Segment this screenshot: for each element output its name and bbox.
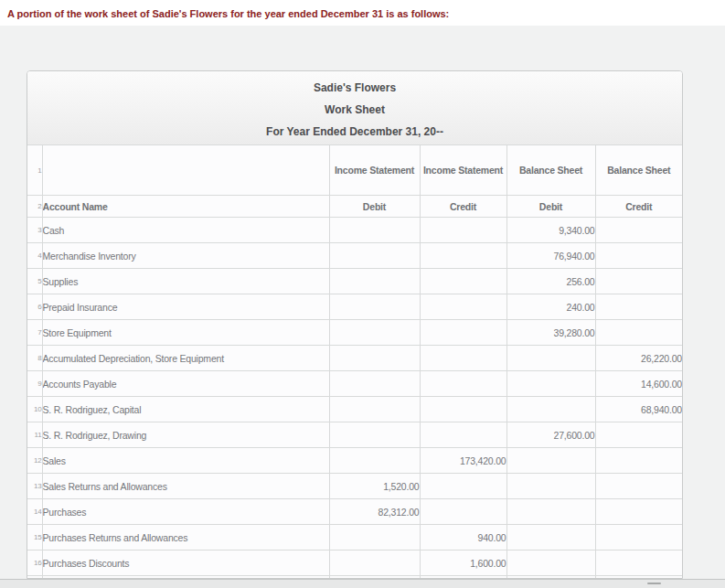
cell-is-debit: 82,312.00 <box>329 499 420 525</box>
cell-is-credit <box>420 218 506 243</box>
row-number: 16 <box>27 551 42 576</box>
cell-bs-debit <box>506 499 595 525</box>
cell-account-name: Purchases <box>42 499 329 525</box>
row-number: 13 <box>27 474 42 499</box>
row-number: 1 <box>27 145 42 196</box>
instruction-strip: A portion of the work sheet of Sadie's F… <box>0 0 725 26</box>
column-header-balance-sheet-2: Balance Sheet <box>595 145 682 196</box>
row-number: 6 <box>27 294 42 320</box>
worksheet-title: Sadie's Flowers <box>27 77 682 99</box>
header-row-2: 2 Account Name Debit Credit Debit Credit <box>27 196 682 218</box>
table-row: 6 Prepaid Insurance 240.00 <box>27 294 682 320</box>
cell-bs-debit <box>506 397 595 422</box>
header-row-1: 1 Income Statement Income Statement Bala… <box>27 145 682 196</box>
scrollbar-thumb[interactable] <box>647 583 661 584</box>
cell-is-credit: 1,600.00 <box>420 551 506 576</box>
cell-bs-credit <box>595 551 682 576</box>
table-row: 5 Supplies 256.00 <box>27 269 682 294</box>
cell-is-credit <box>420 294 506 320</box>
table-row: 8 Accumulated Depreciation, Store Equipm… <box>27 346 682 371</box>
row-number: 4 <box>27 243 42 269</box>
cell-bs-credit: 26,220.00 <box>595 346 682 371</box>
column-header-bs-credit: Credit <box>595 196 682 218</box>
cell-bs-debit: 9,340.00 <box>506 218 595 243</box>
table-row: 4 Merchandise Inventory 76,940.00 <box>27 243 682 269</box>
cell-is-credit <box>420 243 506 269</box>
table-row: 16 Purchases Discounts 1,600.00 <box>27 551 682 576</box>
cell-is-debit: 1,520.00 <box>329 474 420 499</box>
row-number: 3 <box>27 218 42 243</box>
cell-bs-credit <box>595 422 682 448</box>
column-header-is-debit: Debit <box>329 196 420 218</box>
cell-bs-debit <box>506 551 595 576</box>
cell-account-name: Purchases Returns and Allowances <box>42 525 329 551</box>
table-row: 12 Sales 173,420.00 <box>27 448 682 474</box>
column-header-income-statement-2: Income Statement <box>420 145 506 196</box>
cell-is-credit <box>420 346 506 371</box>
cell-bs-credit <box>595 474 682 499</box>
worksheet-card: Sadie's Flowers Work Sheet For Year Ende… <box>27 70 683 579</box>
column-header-income-statement-1: Income Statement <box>329 145 420 196</box>
cell-bs-credit: 68,940.00 <box>595 397 682 422</box>
cell-is-debit <box>329 218 420 243</box>
cell-account-name: Sales Returns and Allowances <box>42 474 329 499</box>
row-number: 10 <box>27 397 42 422</box>
row-number: 14 <box>27 499 42 525</box>
cell-account-name: Sales <box>42 448 329 474</box>
cell-bs-debit <box>506 371 595 397</box>
cell-is-debit <box>329 294 420 320</box>
column-header-bs-debit: Debit <box>506 196 595 218</box>
cell-bs-debit: 76,940.00 <box>506 243 595 269</box>
account-header-spacer <box>42 145 329 196</box>
table-row: 13 Sales Returns and Allowances 1,520.00 <box>27 474 682 499</box>
cell-bs-credit <box>595 320 682 346</box>
row-number: 9 <box>27 371 42 397</box>
row-number: 15 <box>27 525 42 551</box>
cell-is-debit <box>329 243 420 269</box>
cell-bs-credit <box>595 243 682 269</box>
table-row: 7 Store Equipment 39,280.00 <box>27 320 682 346</box>
row-number: 12 <box>27 448 42 474</box>
cell-is-debit <box>329 320 420 346</box>
cell-account-name: Merchandise Inventory <box>42 243 329 269</box>
row-number: 11 <box>27 422 42 448</box>
cell-bs-debit <box>506 346 595 371</box>
cell-account-name: Supplies <box>42 269 329 294</box>
cell-account-name: Purchases Discounts <box>42 551 329 576</box>
cell-bs-credit <box>595 525 682 551</box>
cell-is-debit <box>329 269 420 294</box>
cell-bs-credit <box>595 269 682 294</box>
cell-is-debit <box>329 551 420 576</box>
worksheet-table: 1 Income Statement Income Statement Bala… <box>27 145 682 579</box>
cell-account-name: Prepaid Insurance <box>42 294 329 320</box>
cell-is-debit <box>329 448 420 474</box>
horizontal-scrollbar-track[interactable] <box>0 579 725 588</box>
cell-bs-credit <box>595 218 682 243</box>
cell-is-credit <box>420 422 506 448</box>
cell-bs-debit <box>506 474 595 499</box>
row-number: 8 <box>27 346 42 371</box>
cell-is-credit: 940.00 <box>420 525 506 551</box>
cell-account-name: Cash <box>42 218 329 243</box>
worksheet-period: For Year Ended December 31, 20-- <box>27 121 682 143</box>
table-row: 3 Cash 9,340.00 <box>27 218 682 243</box>
table-row: 9 Accounts Payable 14,600.00 <box>27 371 682 397</box>
cell-bs-credit: 14,600.00 <box>595 371 682 397</box>
table-row: 15 Purchases Returns and Allowances 940.… <box>27 525 682 551</box>
cell-bs-debit <box>506 448 595 474</box>
cell-is-debit <box>329 422 420 448</box>
cell-bs-debit: 39,280.00 <box>506 320 595 346</box>
table-row: 11 S. R. Rodriguez, Drawing 27,600.00 <box>27 422 682 448</box>
cell-is-credit <box>420 474 506 499</box>
cell-is-credit <box>420 320 506 346</box>
cell-bs-debit <box>506 525 595 551</box>
cell-account-name: S. R. Rodriguez, Drawing <box>42 422 329 448</box>
worksheet-title-block: Sadie's Flowers Work Sheet For Year Ende… <box>27 71 682 145</box>
instruction-text: A portion of the work sheet of Sadie's F… <box>0 0 725 19</box>
account-name-header: Account Name <box>42 196 329 218</box>
row-number: 7 <box>27 320 42 346</box>
cell-is-credit <box>420 397 506 422</box>
cell-is-credit: 173,420.00 <box>420 448 506 474</box>
table-row: 14 Purchases 82,312.00 <box>27 499 682 525</box>
cell-bs-debit: 27,600.00 <box>506 422 595 448</box>
